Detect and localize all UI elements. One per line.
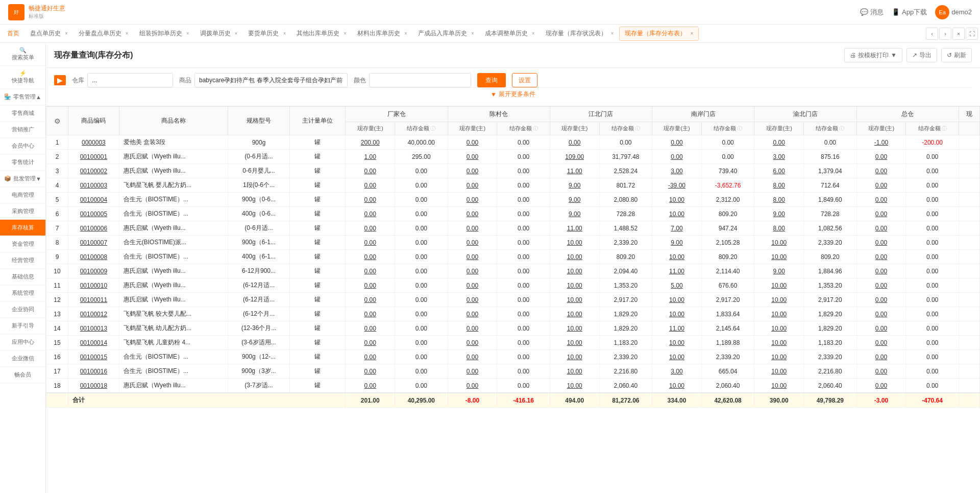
- cell-yuebei-stock[interactable]: 10.00: [754, 336, 804, 350]
- tab-fraction-history[interactable]: 分量盘点单历史 ×: [74, 27, 134, 41]
- cell-nanan-stock[interactable]: 10.00: [652, 193, 702, 207]
- product-input[interactable]: [194, 73, 348, 87]
- cell-code[interactable]: 00100001: [68, 150, 119, 164]
- cell-total-stock[interactable]: 0.00: [856, 350, 906, 364]
- cell-yuebei-stock[interactable]: 10.00: [754, 236, 804, 250]
- cell-yuebei-stock[interactable]: 10.00: [754, 321, 804, 336]
- cell-chenlu-stock[interactable]: 0.00: [448, 336, 497, 350]
- info-icon[interactable]: ⓘ: [839, 126, 844, 131]
- tab-transfer-history[interactable]: 调拨单历史 ×: [195, 27, 243, 41]
- cell-chenlu-stock[interactable]: 0.00: [448, 379, 497, 393]
- cell-yuebei-stock[interactable]: 10.00: [754, 364, 804, 379]
- cell-jiangbei-stock[interactable]: 10.00: [550, 293, 599, 307]
- print-btn[interactable]: 🖨 按模板打印 ▼: [844, 48, 902, 62]
- sidebar-item-inventory[interactable]: 库存核算: [0, 220, 45, 236]
- cell-nanan-stock[interactable]: 10.00: [652, 350, 702, 364]
- info-icon[interactable]: ⓘ: [942, 126, 947, 131]
- cell-total-stock[interactable]: 0.00: [856, 278, 906, 293]
- cell-nanan-stock[interactable]: 11.00: [652, 321, 702, 336]
- cell-code[interactable]: 00100005: [68, 207, 119, 221]
- cell-nanan-stock[interactable]: 9.00: [652, 236, 702, 250]
- cell-total-stock[interactable]: 0.00: [856, 193, 906, 207]
- tab-maximize-btn[interactable]: ⛶: [966, 28, 978, 40]
- tab-close-icon[interactable]: ×: [235, 31, 238, 36]
- tab-home[interactable]: 首页: [2, 27, 24, 41]
- sidebar-item-search[interactable]: 🔍 搜索英单: [0, 43, 45, 66]
- cell-total-stock[interactable]: 0.00: [856, 293, 906, 307]
- cell-factory-stock[interactable]: 0.00: [346, 336, 395, 350]
- cell-jiangbei-stock[interactable]: 10.00: [550, 307, 599, 321]
- filter-toggle-btn[interactable]: ▶: [54, 75, 66, 85]
- cell-factory-stock[interactable]: 0.00: [346, 307, 395, 321]
- cell-yuebei-stock[interactable]: 6.00: [754, 164, 804, 178]
- cell-yuebei-stock[interactable]: 9.00: [754, 207, 804, 221]
- cell-jiangbei-stock[interactable]: 109.00: [550, 150, 599, 164]
- cell-jiangbei-stock[interactable]: 11.00: [550, 221, 599, 236]
- sidebar-item-system[interactable]: 系统管理: [0, 285, 45, 301]
- info-icon[interactable]: ⓘ: [737, 126, 742, 131]
- cell-chenlu-stock[interactable]: 0.00: [448, 221, 497, 236]
- cell-total-stock[interactable]: 0.00: [856, 250, 906, 264]
- cell-yuebei-stock[interactable]: 0.00: [754, 135, 804, 150]
- cell-factory-stock[interactable]: 0.00: [346, 264, 395, 278]
- cell-factory-stock[interactable]: 0.00: [346, 364, 395, 379]
- sidebar-item-operations[interactable]: 经营管理: [0, 252, 45, 269]
- app-download-btn[interactable]: 📱 App下载: [892, 8, 927, 17]
- sidebar-item-app-center[interactable]: 应用中心: [0, 334, 45, 350]
- cell-yuebei-stock[interactable]: 10.00: [754, 307, 804, 321]
- cell-nanan-stock[interactable]: 10.00: [652, 307, 702, 321]
- tab-close-icon[interactable]: ×: [126, 31, 129, 36]
- cell-total-stock[interactable]: 0.00: [856, 321, 906, 336]
- cell-factory-stock[interactable]: 0.00: [346, 164, 395, 178]
- cell-yuebei-stock[interactable]: 3.00: [754, 150, 804, 164]
- tab-material-out-history[interactable]: 材料出库单历史 ×: [352, 27, 412, 41]
- cell-chenlu-stock[interactable]: 0.00: [448, 135, 497, 150]
- cell-factory-stock[interactable]: 0.00: [346, 236, 395, 250]
- cell-factory-stock[interactable]: 0.00: [346, 321, 395, 336]
- cell-nanan-stock[interactable]: 10.00: [652, 250, 702, 264]
- cell-chenlu-stock[interactable]: 0.00: [448, 264, 497, 278]
- cell-code[interactable]: 00100002: [68, 164, 119, 178]
- tab-other-out-history[interactable]: 其他出库单历史 ×: [291, 27, 352, 41]
- cell-jiangbei-stock[interactable]: 10.00: [550, 236, 599, 250]
- cell-code[interactable]: 00100006: [68, 221, 119, 236]
- tab-product-in-history[interactable]: 产成品入库单历史 ×: [413, 27, 479, 41]
- tab-stock-status[interactable]: 现存量（库存状况表） ×: [541, 27, 619, 41]
- info-icon[interactable]: ⓘ: [430, 126, 435, 131]
- cell-jiangbei-stock[interactable]: 9.00: [550, 193, 599, 207]
- cell-chenlu-stock[interactable]: 0.00: [448, 193, 497, 207]
- cell-yuebei-stock[interactable]: 8.00: [754, 193, 804, 207]
- sidebar-item-asset[interactable]: 资金管理: [0, 236, 45, 252]
- cell-yuebei-stock[interactable]: 10.00: [754, 293, 804, 307]
- cell-code[interactable]: 00100013: [68, 321, 119, 336]
- cell-nanan-stock[interactable]: 3.00: [652, 364, 702, 379]
- sidebar-item-marketing[interactable]: 营销推广: [0, 122, 45, 138]
- cell-chenlu-stock[interactable]: 0.00: [448, 350, 497, 364]
- cell-total-stock[interactable]: 0.00: [856, 207, 906, 221]
- cell-total-stock[interactable]: 0.00: [856, 150, 906, 164]
- sidebar-item-wholesale-mgmt[interactable]: 📦 批发管理 ▼: [0, 171, 45, 187]
- cell-yuebei-stock[interactable]: 10.00: [754, 278, 804, 293]
- cell-code[interactable]: 0000003: [68, 135, 119, 150]
- sidebar-item-retail-mgmt[interactable]: 🏪 零售管理 ▲: [0, 89, 45, 105]
- sidebar-item-basic-info[interactable]: 基础信息: [0, 269, 45, 285]
- cell-chenlu-stock[interactable]: 0.00: [448, 364, 497, 379]
- cell-total-stock[interactable]: 0.00: [856, 221, 906, 236]
- cell-factory-stock[interactable]: 0.00: [346, 379, 395, 393]
- cell-factory-stock[interactable]: 0.00: [346, 178, 395, 193]
- refresh-btn[interactable]: ↺ 刷新: [941, 48, 972, 62]
- cell-jiangbei-stock[interactable]: 10.00: [550, 250, 599, 264]
- cell-factory-stock[interactable]: 1.00: [346, 150, 395, 164]
- cell-jiangbei-stock[interactable]: 9.00: [550, 207, 599, 221]
- cell-nanan-stock[interactable]: 11.00: [652, 264, 702, 278]
- cell-factory-stock[interactable]: 0.00: [346, 207, 395, 221]
- cell-total-stock[interactable]: 0.00: [856, 236, 906, 250]
- settings-btn[interactable]: 设置: [512, 73, 537, 87]
- sidebar-item-new-guide[interactable]: 新手引导: [0, 318, 45, 334]
- cell-code[interactable]: 00100007: [68, 236, 119, 250]
- cell-factory-stock[interactable]: 0.00: [346, 278, 395, 293]
- cell-jiangbei-stock[interactable]: 10.00: [550, 278, 599, 293]
- sidebar-item-member-center[interactable]: 会员中心: [0, 138, 45, 154]
- cell-total-stock[interactable]: -1.00: [856, 135, 906, 150]
- cell-nanan-stock[interactable]: 10.00: [652, 207, 702, 221]
